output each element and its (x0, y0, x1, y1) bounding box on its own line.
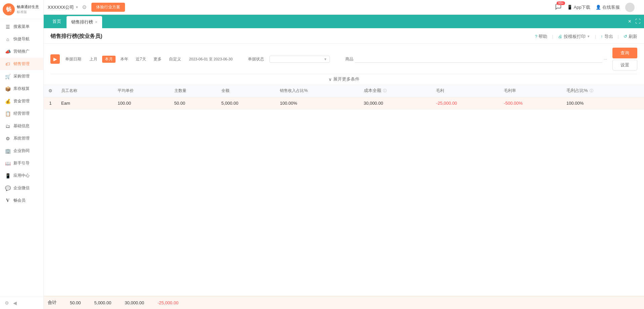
help-button[interactable]: ? 帮助 (535, 34, 547, 40)
sidebar-item-quick-nav[interactable]: ⌂ 快捷导航 (0, 33, 43, 45)
print-label: 按模板打印 (564, 34, 586, 40)
topbar-settings-icon[interactable]: ⚙ (82, 4, 87, 10)
sidebar-nav: ☰ 搜索菜单 ⌂ 快捷导航 📣 营销推广 🏷 销售管理 🛒 采购管理 📦 库存核… (0, 19, 43, 297)
status-filter-label: 单据状态 (248, 56, 264, 62)
tab-sales-ranking[interactable]: 销售排行榜 × (67, 16, 102, 28)
app-download-btn[interactable]: 📱 App下载 (567, 4, 590, 10)
divider3: | (618, 34, 619, 39)
col-profit: 毛利 (432, 84, 500, 97)
cell-avg-price: 100.00 (114, 97, 170, 109)
logo-subtitle: 标准版 (17, 10, 39, 14)
tab-label: 销售排行榜 (71, 19, 93, 25)
sidebar-item-enterprise[interactable]: 🏢 企业协同 (0, 145, 43, 157)
sidebar-item-label: 企业微信 (13, 185, 30, 191)
content-inner: 销售排行榜(按业务员) ? 帮助 | 🖨 按模板打印 ▼ | ↑ (44, 28, 644, 296)
date-btn-last-7days[interactable]: 近7天 (133, 56, 149, 63)
sidebar-item-base-info[interactable]: 🗂 基础信息 (0, 120, 43, 132)
trial-button[interactable]: 体验行业方案 (91, 3, 125, 12)
app-download-icon: 📱 (567, 5, 572, 10)
export-icon: ↑ (601, 34, 603, 39)
sidebar-item-wechat[interactable]: 💬 企业微信 (0, 182, 43, 194)
footer-cost: 30,000.00 (125, 300, 144, 305)
settings-button[interactable]: 设置 (612, 60, 637, 70)
goods-more-icon[interactable]: ··· (604, 57, 607, 61)
status-select[interactable]: ▼ (269, 56, 330, 63)
sidebar-item-label: 新手引导 (13, 160, 30, 166)
col-profit-pct: 毛利占比% ⓘ (562, 84, 644, 97)
sidebar-item-guide[interactable]: 📖 新手引导 (0, 157, 43, 169)
sidebar-item-label: 畅会员 (13, 198, 26, 203)
sidebar-collapse-icon[interactable]: ◀ (13, 300, 17, 306)
sidebar-item-system[interactable]: ⚙ 系统管理 (0, 132, 43, 145)
online-service-btn[interactable]: 👤 在线客服 (596, 4, 620, 10)
sidebar-item-inventory[interactable]: 📦 库存核算 (0, 83, 43, 95)
table-footer: 合计 50.00 5,000.00 30,000.00 -25,000.00 (44, 296, 644, 309)
sidebar-item-search[interactable]: ☰ 搜索菜单 (0, 20, 43, 33)
company-selector[interactable]: XXXXXX公司 ▼ (48, 4, 79, 10)
footer-main-qty: 50.00 (70, 300, 81, 305)
cost-info-icon[interactable]: ⓘ (383, 89, 387, 93)
date-btn-this-year[interactable]: 本年 (118, 56, 131, 63)
avatar[interactable] (625, 3, 635, 12)
date-btn-more[interactable]: 更多 (151, 56, 164, 63)
topbar-right: 99+ 📱 App下载 👤 在线客服 (555, 3, 640, 12)
profit-pct-info-icon[interactable]: ⓘ (590, 89, 593, 93)
inventory-icon: 📦 (5, 86, 11, 92)
tab-close-icon[interactable]: × (95, 20, 97, 24)
col-settings[interactable]: ⚙ (44, 84, 57, 97)
sidebar-item-marketing[interactable]: 📣 营销推广 (0, 45, 43, 58)
tab-close-window-icon[interactable]: × (628, 18, 631, 24)
tab-maximize-icon[interactable]: ⛶ (635, 18, 641, 24)
sidebar-item-app-center[interactable]: 📱 应用中心 (0, 169, 43, 182)
export-button[interactable]: ↑ 导出 (601, 34, 613, 40)
table-wrapper: ⚙ 员工名称 平均单价 主数量 全额 销售收入占比% 成本全额 ⓘ (44, 84, 644, 109)
wechat-icon: 💬 (5, 186, 11, 191)
date-btn-custom[interactable]: 自定义 (166, 56, 184, 63)
print-button[interactable]: 🖨 按模板打印 ▼ (558, 34, 590, 40)
sidebar-bottom: ⚙ ◀ (0, 297, 43, 309)
filter-area: ▶ 单据日期 上月 本月 本年 近7天 更多 自定义 2023-06-01 至 … (44, 44, 644, 84)
member-icon: V (5, 198, 11, 203)
table-area: ⚙ 员工名称 平均单价 主数量 全额 销售收入占比% 成本全额 ⓘ (44, 84, 644, 109)
sidebar-item-finance[interactable]: 💰 资金管理 (0, 95, 43, 107)
sidebar-item-member[interactable]: V 畅会员 (0, 194, 43, 207)
divider: | (552, 34, 553, 39)
col-cost-label: 成本全额 (364, 88, 381, 93)
col-main-qty: 主数量 (170, 84, 217, 97)
date-btn-this-month[interactable]: 本月 (102, 56, 116, 63)
service-icon: 👤 (596, 5, 601, 10)
sidebar-item-operations[interactable]: 📋 经营管理 (0, 107, 43, 120)
goods-search-input[interactable] (355, 56, 602, 63)
expand-conditions-btn[interactable]: ∨ 展开更多条件 (329, 76, 359, 82)
col-profit-pct-label: 毛利占比% (566, 88, 588, 93)
app-center-icon: 📱 (5, 173, 11, 178)
purchase-icon: 🛒 (5, 74, 11, 79)
logo-icon: 畅 (3, 3, 15, 15)
cell-name: Eam (57, 97, 114, 109)
message-icon[interactable]: 99+ (555, 3, 562, 11)
base-info-icon: 🗂 (5, 123, 11, 129)
col-cost: 成本全额 ⓘ (360, 84, 432, 97)
col-amount: 全额 (217, 84, 276, 97)
data-table: ⚙ 员工名称 平均单价 主数量 全额 销售收入占比% 成本全额 ⓘ (44, 84, 644, 109)
sidebar-item-label: 快捷导航 (13, 36, 30, 42)
cell-rank: 1 (44, 97, 57, 109)
date-btn-last-month[interactable]: 上月 (87, 56, 100, 63)
footer-label: 合计 (48, 300, 56, 306)
cell-main-qty: 50.00 (170, 97, 217, 109)
date-range-text: 2023-06-01 至 2023-06-30 (189, 57, 233, 62)
topbar: XXXXXX公司 ▼ ⚙ 体验行业方案 99+ 📱 App下载 👤 在线客服 (44, 0, 644, 15)
refresh-button[interactable]: ↺ 刷新 (624, 34, 637, 40)
filter-toggle-btn[interactable]: ▶ (50, 54, 60, 64)
goods-filter-label: 商品 (345, 56, 353, 62)
finance-icon: 💰 (5, 99, 11, 104)
query-button[interactable]: 查询 (612, 48, 637, 58)
sidebar-item-purchase[interactable]: 🛒 采购管理 (0, 70, 43, 83)
system-icon: ⚙ (5, 136, 11, 141)
app-download-label: App下载 (574, 4, 590, 10)
sidebar-settings-icon[interactable]: ⚙ (5, 300, 9, 306)
tab-home[interactable]: 首页 (47, 15, 67, 28)
table-settings-icon[interactable]: ⚙ (48, 88, 52, 93)
sidebar-item-sales[interactable]: 🏷 销售管理 (0, 58, 43, 70)
page-title: 销售排行榜(按业务员) (50, 33, 102, 40)
